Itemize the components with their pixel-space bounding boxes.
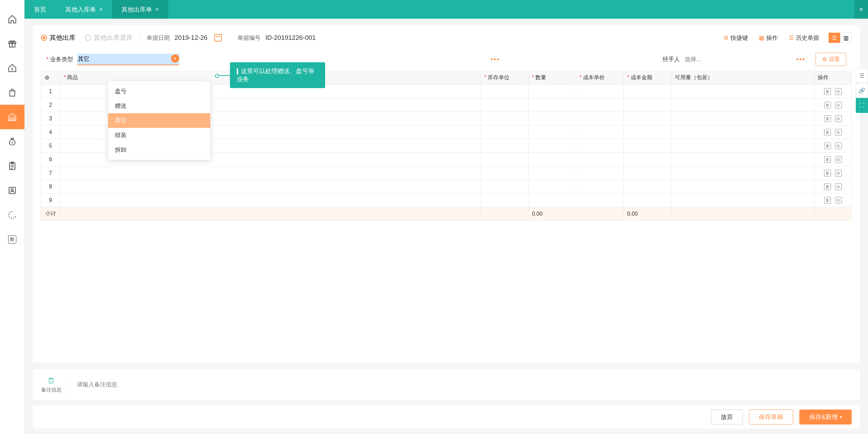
cell-cost-amount[interactable] <box>624 153 671 166</box>
operate-button[interactable]: ▦操作 <box>759 34 778 42</box>
cell-qty[interactable] <box>529 153 576 166</box>
dropdown-option[interactable]: 盘亏 <box>108 84 210 99</box>
cell-cost-amount[interactable] <box>624 98 671 112</box>
cell-cost-price[interactable] <box>576 98 624 112</box>
copy-row-icon[interactable]: ⧉ <box>835 156 842 163</box>
cell-qty[interactable] <box>529 112 576 126</box>
copy-row-icon[interactable]: ⧉ <box>835 115 842 122</box>
rail-doc-icon[interactable]: ☰ <box>856 68 868 83</box>
cell-available[interactable] <box>671 126 814 139</box>
cell-unit[interactable] <box>481 180 529 194</box>
nav-new-icon[interactable]: 新 <box>0 227 24 252</box>
cell-qty[interactable] <box>529 85 576 98</box>
cell-available[interactable] <box>671 112 814 126</box>
nav-bag-icon[interactable] <box>0 80 24 105</box>
nav-loading-icon[interactable] <box>0 203 24 227</box>
discard-button[interactable]: 放弃 <box>711 410 743 424</box>
copy-row-icon[interactable]: ⧉ <box>835 102 842 108</box>
dropdown-option[interactable]: 其它 <box>108 113 210 128</box>
handler-input[interactable] <box>684 54 786 65</box>
close-icon[interactable]: × <box>99 6 102 13</box>
tab-bar-close-icon[interactable]: × <box>854 0 868 19</box>
copy-row-icon[interactable]: ⧉ <box>835 170 842 177</box>
nav-money-house-icon[interactable]: $ <box>0 56 24 80</box>
calendar-icon[interactable] <box>214 34 222 41</box>
delete-row-icon[interactable]: 🗑 <box>824 197 831 204</box>
cell-cost-amount[interactable] <box>624 180 671 194</box>
copy-row-icon[interactable]: ⧉ <box>835 143 842 149</box>
delete-row-icon[interactable]: 🗑 <box>824 88 831 95</box>
cell-qty[interactable] <box>529 139 576 153</box>
cell-cost-price[interactable] <box>576 166 624 180</box>
cell-cost-amount[interactable] <box>624 85 671 98</box>
cell-cost-price[interactable] <box>576 112 624 126</box>
cell-unit[interactable] <box>481 194 529 207</box>
delete-row-icon[interactable]: 🗑 <box>824 129 831 136</box>
cell-cost-amount[interactable] <box>624 112 671 126</box>
delete-row-icon[interactable]: 🗑 <box>824 102 831 108</box>
rail-expand-icon[interactable]: ⛶ <box>856 98 868 113</box>
cell-cost-price[interactable] <box>576 153 624 166</box>
col-gear[interactable]: ⚙ <box>41 71 60 85</box>
cell-unit[interactable] <box>481 126 529 139</box>
doc-date-value[interactable]: 2019-12-26 <box>174 34 207 41</box>
tab-home[interactable]: 首页 <box>24 0 56 19</box>
more-dots-icon[interactable]: ••• <box>796 55 805 63</box>
close-icon[interactable]: × <box>155 6 158 13</box>
dropdown-option[interactable]: 拆卸 <box>108 143 210 157</box>
radio-other-out-return[interactable]: 其他出库退库 <box>85 33 133 42</box>
cell-product[interactable] <box>60 180 481 194</box>
copy-row-icon[interactable]: ⧉ <box>835 183 842 190</box>
chevron-up-icon[interactable]: ∧ <box>171 54 179 63</box>
cell-available[interactable] <box>671 153 814 166</box>
cell-qty[interactable] <box>529 126 576 139</box>
nav-warehouse-icon[interactable] <box>0 105 24 129</box>
cell-cost-price[interactable] <box>576 180 624 194</box>
cell-available[interactable] <box>671 98 814 112</box>
radio-other-out[interactable]: 其他出库 <box>41 33 76 42</box>
cell-cost-price[interactable] <box>576 194 624 207</box>
tab-other-out[interactable]: 其他出库单× <box>112 0 168 19</box>
save-draft-button[interactable]: 保存草稿 <box>749 410 793 424</box>
delete-row-icon[interactable]: 🗑 <box>824 170 831 177</box>
cell-qty[interactable] <box>529 166 576 180</box>
nav-gift-icon[interactable] <box>0 31 24 56</box>
nav-home-icon[interactable] <box>0 7 24 31</box>
more-dots-icon[interactable]: ••• <box>490 55 500 63</box>
delete-row-icon[interactable]: 🗑 <box>824 156 831 163</box>
dropdown-option[interactable]: 赠送 <box>108 99 210 113</box>
cell-available[interactable] <box>671 85 814 98</box>
cell-unit[interactable] <box>481 153 529 166</box>
biz-type-input[interactable] <box>77 54 179 65</box>
cell-unit[interactable] <box>481 85 529 98</box>
cell-unit[interactable] <box>481 98 529 112</box>
cell-cost-amount[interactable] <box>624 126 671 139</box>
cell-qty[interactable] <box>529 180 576 194</box>
view-list-icon[interactable]: ☰ <box>829 33 840 43</box>
cell-cost-price[interactable] <box>576 126 624 139</box>
cell-qty[interactable] <box>529 194 576 207</box>
cell-available[interactable] <box>671 194 814 207</box>
cell-cost-amount[interactable] <box>624 194 671 207</box>
cell-available[interactable] <box>671 166 814 180</box>
history-button[interactable]: ☰历史单据 <box>789 34 819 42</box>
cell-available[interactable] <box>671 139 814 153</box>
nav-clipboard-icon[interactable] <box>0 154 24 178</box>
cell-cost-amount[interactable] <box>624 139 671 153</box>
shortcut-button[interactable]: ⚙快捷键 <box>723 34 748 42</box>
save-new-button[interactable]: 保存&新增▾ <box>799 410 852 424</box>
dropdown-option[interactable]: 组装 <box>108 128 210 143</box>
cell-cost-price[interactable] <box>576 85 624 98</box>
cell-cost-price[interactable] <box>576 139 624 153</box>
cell-cost-amount[interactable] <box>624 166 671 180</box>
delete-row-icon[interactable]: 🗑 <box>824 143 831 149</box>
cell-unit[interactable] <box>481 112 529 126</box>
cell-available[interactable] <box>671 180 814 194</box>
copy-row-icon[interactable]: ⧉ <box>835 197 842 204</box>
remarks-input[interactable] <box>70 381 860 388</box>
copy-row-icon[interactable]: ⧉ <box>835 129 842 136</box>
view-grid-icon[interactable]: ▥ <box>840 33 852 43</box>
cell-unit[interactable] <box>481 139 529 153</box>
tab-other-in[interactable]: 其他入库单× <box>56 0 112 19</box>
settings-button[interactable]: ⚙设置 <box>816 53 846 66</box>
